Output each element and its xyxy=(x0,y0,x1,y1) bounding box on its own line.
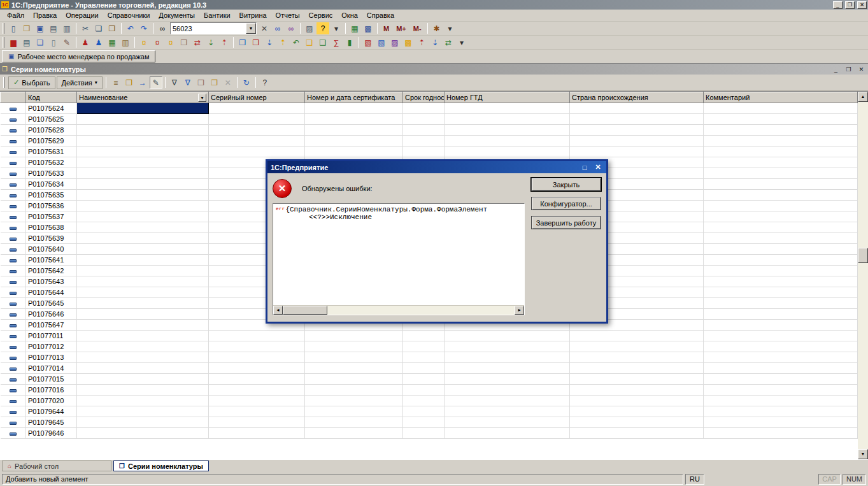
cell[interactable] xyxy=(704,244,858,255)
refresh-icon[interactable]: ↻ xyxy=(240,76,253,89)
cell[interactable] xyxy=(77,276,209,287)
row-marker-cell[interactable] xyxy=(1,136,26,147)
close-error-button[interactable]: Закрыть xyxy=(531,178,601,191)
cell[interactable] xyxy=(570,125,704,136)
table-row[interactable]: P01077012 xyxy=(1,341,858,352)
cash-in-order-icon[interactable]: ¤ xyxy=(138,36,150,48)
edit-sheet-icon[interactable]: ✎ xyxy=(60,36,73,48)
row-marker-cell[interactable] xyxy=(1,233,26,244)
cancel-filter-icon[interactable]: ✕ xyxy=(222,76,234,89)
table-row[interactable]: P01075629 xyxy=(1,136,858,147)
code-cell[interactable]: P01075628 xyxy=(26,125,77,136)
menu-файл[interactable]: Файл xyxy=(3,10,29,20)
cell[interactable] xyxy=(209,428,305,439)
code-cell[interactable]: P01075642 xyxy=(26,266,77,276)
cell[interactable] xyxy=(445,136,570,147)
cell[interactable] xyxy=(403,406,445,417)
menu-бантики[interactable]: Бантики xyxy=(199,10,235,20)
scroll-left-icon[interactable]: ◄ xyxy=(273,306,283,315)
quick-search-input[interactable] xyxy=(171,25,246,32)
print-icon[interactable]: ▤ xyxy=(47,22,60,34)
code-cell[interactable]: P01075638 xyxy=(26,222,77,233)
code-cell[interactable]: P01077016 xyxy=(26,385,77,396)
cell[interactable] xyxy=(77,385,209,396)
service-tools-icon[interactable]: ✱ xyxy=(430,22,443,34)
code-cell[interactable]: P01075643 xyxy=(26,276,77,287)
cell[interactable] xyxy=(403,352,445,363)
cell[interactable] xyxy=(209,125,305,136)
cell[interactable] xyxy=(704,287,858,298)
menu-витрина[interactable]: Витрина xyxy=(235,10,271,20)
code-cell[interactable]: P01075644 xyxy=(26,287,77,298)
tab-desktop[interactable]: ⌂ Рабочий стол xyxy=(2,461,111,471)
cell[interactable] xyxy=(704,233,858,244)
table-row[interactable]: P01075628 xyxy=(1,125,858,136)
cell[interactable] xyxy=(209,103,305,114)
nomenclature-icon[interactable]: ♟ xyxy=(92,36,105,48)
code-cell[interactable]: P01079644 xyxy=(26,406,77,417)
cell[interactable] xyxy=(209,374,305,385)
cell[interactable] xyxy=(209,147,305,157)
row-marker-cell[interactable] xyxy=(1,103,26,114)
code-cell[interactable]: P01075625 xyxy=(26,114,77,125)
cell[interactable] xyxy=(209,352,305,363)
cell[interactable] xyxy=(77,396,209,406)
row-marker-cell[interactable] xyxy=(1,396,26,406)
cell[interactable] xyxy=(403,417,445,428)
vertical-scrollbar[interactable]: ▲ ▼ xyxy=(858,92,868,459)
cell[interactable] xyxy=(403,385,445,396)
cell[interactable] xyxy=(445,406,570,417)
tab-sales-manager-workspace[interactable]: ▣ Рабочее место менеджера по продажам xyxy=(2,50,155,62)
cell[interactable] xyxy=(704,190,858,201)
code-cell[interactable]: P01075645 xyxy=(26,298,77,309)
column-header-серийный-номер[interactable]: Серийный номер xyxy=(209,92,305,103)
cell[interactable] xyxy=(403,396,445,406)
scroll-up-icon[interactable]: ▲ xyxy=(858,92,868,102)
cell[interactable] xyxy=(77,179,209,190)
cell[interactable] xyxy=(570,406,704,417)
cell[interactable] xyxy=(77,168,209,179)
memory-button-m+[interactable]: M+ xyxy=(393,23,409,34)
actions-button[interactable]: Действия ▾ xyxy=(57,76,103,89)
cell[interactable] xyxy=(305,417,403,428)
column-header-комментарий[interactable]: Комментарий xyxy=(704,92,858,103)
cell[interactable] xyxy=(403,114,445,125)
row-marker-cell[interactable] xyxy=(1,276,26,287)
scroll-down-icon[interactable]: ▼ xyxy=(858,449,868,459)
row-marker-cell[interactable] xyxy=(1,363,26,374)
code-cell[interactable]: P01077015 xyxy=(26,374,77,385)
cell[interactable] xyxy=(209,406,305,417)
cell[interactable] xyxy=(77,190,209,201)
dialog-maximize-button[interactable]: □ xyxy=(580,164,590,171)
row-marker-cell[interactable] xyxy=(1,157,26,168)
sales-report-icon[interactable]: ▧ xyxy=(362,36,374,48)
cell[interactable] xyxy=(403,136,445,147)
table-row[interactable]: P01079645 xyxy=(1,417,858,428)
row-marker-cell[interactable] xyxy=(1,374,26,385)
stock-report-icon[interactable]: ▧ xyxy=(375,36,388,48)
purse-icon[interactable]: ❒ xyxy=(178,36,190,48)
cell[interactable] xyxy=(704,136,858,147)
find-previous-icon[interactable]: ∞ xyxy=(285,22,297,34)
cell[interactable] xyxy=(570,331,704,341)
row-marker-cell[interactable] xyxy=(1,211,26,222)
filter-by-value-icon[interactable]: ❒ xyxy=(195,76,208,89)
goods-receipt-icon[interactable]: ⇣ xyxy=(263,36,276,48)
cell[interactable] xyxy=(305,396,403,406)
row-marker-cell[interactable] xyxy=(1,287,26,298)
new-document-icon[interactable]: ▯ xyxy=(7,22,20,34)
cell[interactable] xyxy=(305,331,403,341)
row-marker-cell[interactable] xyxy=(1,341,26,352)
undo-icon[interactable]: ↶ xyxy=(124,22,137,34)
select-button[interactable]: ✓ Выбрать xyxy=(8,76,55,89)
cell[interactable] xyxy=(403,341,445,352)
table-grid-icon[interactable]: ▦ xyxy=(348,22,361,34)
cell[interactable] xyxy=(704,266,858,276)
cell[interactable] xyxy=(77,147,209,157)
print-form-icon[interactable]: ▤ xyxy=(20,36,33,48)
table-row[interactable]: P01077020 xyxy=(1,396,858,406)
cell[interactable] xyxy=(403,428,445,439)
cell[interactable] xyxy=(704,341,858,352)
code-cell[interactable]: P01077014 xyxy=(26,363,77,374)
settings-import-icon[interactable]: ⇣ xyxy=(429,36,441,48)
